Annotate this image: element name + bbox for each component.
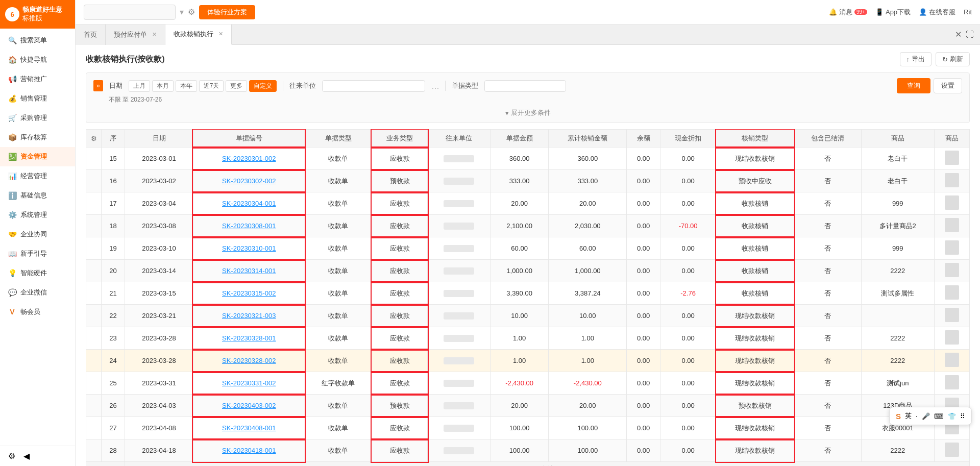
sidebar-item-wechat[interactable]: 💬 企业微信 bbox=[0, 283, 75, 302]
doc-no-link[interactable]: SK-20230328-002 bbox=[222, 357, 276, 364]
refresh-button[interactable]: ↻ 刷新 bbox=[936, 52, 970, 66]
doc-type-select[interactable] bbox=[484, 80, 566, 92]
industry-solution-button[interactable]: 体验行业方案 bbox=[199, 5, 255, 19]
cell-doc-no: SK-20230308-001 bbox=[193, 215, 305, 237]
tab-receipts[interactable]: 收款核销执行 ✕ bbox=[165, 24, 232, 45]
col-seq: 序 bbox=[102, 130, 125, 148]
cell-doc-type: 收款单 bbox=[305, 350, 372, 372]
cell-seq: 24 bbox=[102, 350, 125, 372]
dropdown-arrow-icon[interactable]: ▾ bbox=[180, 7, 184, 17]
sidebar-item-capital[interactable]: 💹 资金管理 bbox=[0, 147, 75, 166]
doc-no-link[interactable]: SK-20230418-001 bbox=[222, 447, 276, 454]
search-input[interactable] bbox=[88, 9, 171, 16]
doc-no-link[interactable]: SK-20230310-001 bbox=[222, 244, 276, 252]
cell-gear bbox=[86, 237, 102, 260]
export-button[interactable]: ↑ 导出 bbox=[900, 52, 932, 66]
cell-verify-type: 收款核销 bbox=[716, 282, 794, 305]
cell-verified: 3,387.24 bbox=[549, 282, 627, 305]
content-area: 收款核销执行(按收款) ↑ 导出 ↻ 刷新 » 日期 上月 本月 bbox=[76, 45, 980, 466]
microphone-icon[interactable]: 🎤 bbox=[922, 412, 930, 420]
cell-product-thumb bbox=[934, 350, 969, 372]
tab-close-receipts[interactable]: ✕ bbox=[218, 31, 223, 37]
date-btn-this-month[interactable]: 本月 bbox=[152, 80, 174, 92]
notification-item[interactable]: 🔔 消息 99+ bbox=[829, 8, 867, 17]
doc-no-link[interactable]: SK-20230314-001 bbox=[222, 267, 276, 275]
cell-gear bbox=[86, 282, 102, 305]
keyboard-icon[interactable]: ⌨ bbox=[934, 412, 944, 420]
logo-icon: 6 bbox=[5, 7, 19, 21]
doc-no-link[interactable]: SK-20230302-002 bbox=[222, 177, 276, 185]
sidebar-item-search[interactable]: 🔍 搜索菜单 bbox=[0, 31, 75, 50]
sidebar-item-member[interactable]: V 畅会员 bbox=[0, 302, 75, 322]
cell-doc-type: 收款单 bbox=[305, 282, 372, 305]
tab-payables[interactable]: 预付应付单 ✕ bbox=[106, 24, 165, 45]
sidebar-item-enterprise[interactable]: 🤝 企业协同 bbox=[0, 225, 75, 244]
cell-doc-no: SK-20230301-002 bbox=[193, 148, 305, 170]
cell-product-thumb bbox=[934, 170, 969, 192]
settings-btn[interactable]: 设置 bbox=[934, 78, 962, 93]
date-btn-custom[interactable]: 自定义 bbox=[249, 80, 277, 92]
counterpart-more-icon[interactable]: ... bbox=[431, 81, 439, 91]
doc-no-link[interactable]: SK-20230301-002 bbox=[222, 155, 276, 162]
cell-product: 2222 bbox=[861, 260, 934, 282]
sidebar-item-purchase[interactable]: 🛒 采购管理 bbox=[0, 108, 75, 128]
logo-text: 畅康道好生意 标推版 bbox=[22, 6, 62, 23]
cell-product: 999 bbox=[861, 237, 934, 260]
sidebar-item-guide[interactable]: 📖 新手引导 bbox=[0, 244, 75, 263]
counterpart-input[interactable] bbox=[322, 80, 425, 92]
settings-icon[interactable]: ⚙ bbox=[8, 451, 15, 461]
sidebar-item-hardware[interactable]: 💡 智能硬件 bbox=[0, 263, 75, 283]
doc-no-link[interactable]: SK-20230304-001 bbox=[222, 200, 276, 207]
date-btn-last-month[interactable]: 上月 bbox=[129, 80, 150, 92]
sidebar-item-inventory[interactable]: 📦 库存核算 bbox=[0, 128, 75, 147]
basic-icon: ℹ️ bbox=[8, 191, 16, 200]
date-btn-this-year[interactable]: 本年 bbox=[176, 80, 197, 92]
app-download-item[interactable]: 📱 App下载 bbox=[875, 8, 911, 17]
cell-cash-discount: 0.00 bbox=[660, 327, 716, 350]
doc-no-link[interactable]: SK-20230403-002 bbox=[222, 402, 276, 409]
cell-date: 2023-03-10 bbox=[125, 237, 193, 260]
sidebar-item-sales[interactable]: 💰 销售管理 bbox=[0, 89, 75, 108]
doc-no-link[interactable]: SK-20230315-002 bbox=[222, 289, 276, 297]
cell-doc-type: 收款单 bbox=[305, 439, 372, 462]
page-header: 收款核销执行(按收款) ↑ 导出 ↻ 刷新 bbox=[76, 45, 980, 66]
date-btn-more[interactable]: 更多 bbox=[226, 80, 247, 92]
cell-seq: 26 bbox=[102, 395, 125, 417]
expand-button[interactable]: ▾ 展开更多条件 bbox=[505, 108, 551, 117]
doc-no-link[interactable]: SK-20230408-001 bbox=[222, 424, 276, 432]
sidebar-item-operations[interactable]: 📊 经营管理 bbox=[0, 166, 75, 186]
sidebar-logo: 6 畅康道好生意 标推版 bbox=[0, 0, 75, 29]
system-icon: ⚙️ bbox=[8, 211, 16, 219]
tab-expand-icon[interactable]: ⛶ bbox=[966, 30, 974, 39]
doc-no-link[interactable]: SK-20230321-003 bbox=[222, 312, 276, 320]
collapse-icon[interactable]: ◀ bbox=[23, 451, 30, 461]
tab-close-icon[interactable]: ✕ bbox=[955, 30, 962, 39]
doc-no-link[interactable]: SK-20230328-001 bbox=[222, 334, 276, 342]
cell-verify-type: 现结收款核销 bbox=[716, 417, 794, 439]
query-button[interactable]: 查询 bbox=[897, 78, 930, 93]
cell-doc-type: 收款单 bbox=[305, 395, 372, 417]
grid-icon[interactable]: ⠿ bbox=[960, 412, 965, 420]
cell-doc-type: 收款单 bbox=[305, 170, 372, 192]
tab-home[interactable]: 首页 bbox=[76, 24, 106, 45]
user-profile[interactable]: Rit bbox=[964, 8, 972, 16]
sidebar-item-basic[interactable]: ℹ️ 基础信息 bbox=[0, 186, 75, 205]
sidebar-item-shortcuts[interactable]: 🏠 快捷导航 bbox=[0, 50, 75, 69]
customer-service-item[interactable]: 👤 在线客服 bbox=[919, 8, 955, 17]
filter-divider-2 bbox=[445, 81, 446, 91]
date-btn-last-7-days[interactable]: 近7天 bbox=[199, 80, 224, 92]
doc-no-link[interactable]: SK-20230331-002 bbox=[222, 379, 276, 387]
cell-date: 2023-03-15 bbox=[125, 282, 193, 305]
filter-toggle-button[interactable]: » bbox=[93, 80, 103, 91]
doc-no-link[interactable]: SK-20230308-001 bbox=[222, 222, 276, 230]
col-gear[interactable]: ⚙ bbox=[86, 130, 102, 148]
operations-icon: 📊 bbox=[8, 172, 16, 180]
topbar-settings-icon[interactable]: ⚙ bbox=[188, 7, 195, 17]
sidebar-item-system[interactable]: ⚙️ 系统管理 bbox=[0, 205, 75, 225]
sidebar-item-marketing[interactable]: 📢 营销推广 bbox=[0, 69, 75, 89]
shirt-icon[interactable]: 👕 bbox=[948, 412, 956, 420]
cell-include-settled: 否 bbox=[794, 417, 861, 439]
cell-include-settled: 否 bbox=[794, 192, 861, 215]
cell-product: 2222 bbox=[861, 439, 934, 462]
tab-close-payables[interactable]: ✕ bbox=[152, 31, 157, 38]
